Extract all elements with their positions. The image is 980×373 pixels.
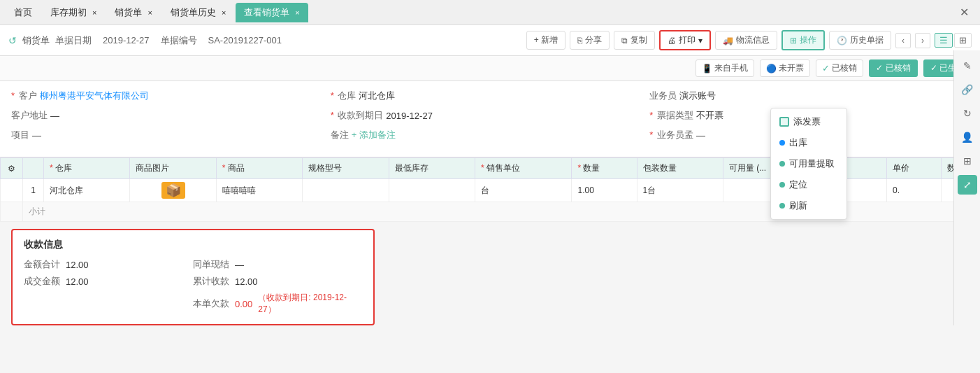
- print-icon: 🖨: [668, 36, 676, 45]
- col-settings: ⚙: [1, 158, 23, 179]
- due-amount-item: 本单欠款 0.00 （收款到期日: 2019-12-27）: [193, 292, 362, 316]
- locate-item[interactable]: 定位: [771, 174, 846, 195]
- customer-value[interactable]: 柳州粤港平安气体有限公司: [40, 90, 149, 102]
- sold-check-icon: ✓: [876, 63, 883, 73]
- grid-view-button[interactable]: ⊞: [954, 33, 972, 48]
- row-spec: [303, 179, 389, 202]
- due-date-field: * 收款到期日 2019-12-27: [331, 109, 650, 122]
- main-content: ↺ 销货单 单据日期 2019-12-27 单据编号 SA-20191227-0…: [0, 25, 980, 325]
- warehouse-value: 河北仓库: [359, 90, 395, 102]
- sidebar-edit-icon[interactable]: ✎: [958, 56, 977, 76]
- sidebar-rotate-icon[interactable]: ↻: [958, 104, 977, 123]
- deal-amount-value: 12.00: [66, 276, 89, 287]
- row-warehouse: 河北仓库: [44, 179, 130, 202]
- next-arrow-button[interactable]: ›: [915, 33, 930, 48]
- cumulative-value: 12.00: [235, 276, 258, 287]
- row-no: 1: [23, 179, 44, 202]
- share-button[interactable]: ⎘ 分享: [570, 31, 610, 50]
- doc-type-label: 销货单: [22, 34, 50, 47]
- amount-total-value: 12.00: [66, 260, 89, 270]
- doc-meta: 单据日期 2019-12-27 单据编号 SA-20191227-001: [55, 34, 282, 47]
- from-phone-button[interactable]: 📱 来自手机: [696, 59, 754, 77]
- available-qty-item[interactable]: 可用量提取: [771, 153, 846, 174]
- address-value: —: [50, 111, 59, 121]
- copy-button[interactable]: ⧉ 复制: [614, 31, 655, 50]
- tab-home[interactable]: 首页: [6, 3, 41, 22]
- sidebar-expand-icon[interactable]: ⤢: [958, 175, 977, 195]
- refresh-item[interactable]: 刷新: [771, 195, 846, 216]
- ops-icon: ⊞: [790, 36, 797, 45]
- form-row-1: * 客户 柳州粤港平安气体有限公司 * 仓库 河北仓库 业务员 演示账号: [11, 90, 969, 102]
- not-open-button[interactable]: 🔵 未开票: [760, 59, 810, 77]
- row-image: 📦: [130, 179, 216, 202]
- tab-sales-history[interactable]: 销货单历史 ×: [162, 3, 234, 22]
- ticket-value: 不开票: [696, 109, 723, 122]
- print-arrow-icon: ▾: [698, 36, 702, 45]
- ship-dot-icon: [779, 140, 785, 146]
- col-min-stock: 最低库存: [389, 158, 475, 179]
- tab-sales[interactable]: 销货单 ×: [106, 3, 160, 22]
- ship-item[interactable]: 出库: [771, 132, 846, 153]
- date-value: 2019-12-27: [103, 35, 150, 45]
- print-button[interactable]: 🖨 打印 ▾: [659, 30, 711, 50]
- ticket-icon: 🔵: [766, 64, 777, 73]
- remark-field: 备注 + 添加备注: [331, 129, 650, 141]
- secondary-toolbar: 📱 来自手机 🔵 未开票 ✓ 已核销 ✓ 已核销 ✓ 已生效: [0, 56, 980, 81]
- list-view-button[interactable]: ☰: [935, 33, 953, 48]
- tab-home-label: 首页: [14, 6, 32, 19]
- copy-icon: ⧉: [621, 36, 628, 45]
- customer-field: * 客户 柳州粤港平安气体有限公司: [11, 90, 331, 102]
- history-button[interactable]: 🕐 历史单据: [829, 31, 891, 50]
- sidebar-table-icon[interactable]: ⊞: [958, 151, 977, 171]
- operations-dropdown: 添发票 出库 可用量提取 定位 刷新: [770, 108, 847, 220]
- phone-icon: 📱: [702, 64, 712, 73]
- salesperson-field: 业务员 演示账号: [649, 90, 969, 102]
- col-unit: * 销售单位: [475, 158, 572, 179]
- cumulative-item: 累计收款 12.00: [193, 275, 362, 288]
- operations-button[interactable]: ⊞ 操作: [781, 30, 825, 50]
- sold-button[interactable]: ✓ 已核销: [869, 59, 917, 77]
- due-amount-value: 0.00: [235, 299, 252, 309]
- close-view-icon[interactable]: ×: [295, 8, 299, 17]
- toolbar-actions: + 新增 ⎘ 分享 ⧉ 复制 🖨 打印 ▾ 🚚 物流信息 ⊞ 操作: [526, 30, 972, 50]
- window-close-button[interactable]: ✕: [954, 3, 974, 22]
- row-settings: [1, 179, 23, 202]
- due-date-value: 2019-12-27: [386, 111, 433, 121]
- col-warehouse: * 仓库: [44, 158, 130, 179]
- checkbox-icon: [779, 117, 789, 127]
- share-icon: ⎘: [577, 36, 582, 45]
- tab-inventory-label: 库存期初: [50, 6, 87, 19]
- no-value: SA-20191227-001: [208, 35, 282, 45]
- toolbar: ↺ 销货单 单据日期 2019-12-27 单据编号 SA-20191227-0…: [0, 25, 980, 56]
- add-button[interactable]: + 新增: [526, 31, 565, 50]
- close-inventory-icon[interactable]: ×: [92, 8, 96, 17]
- payment-section: 收款信息 金额合计 12.00 同单现结 — 成交金额 12.00 累计收款 1…: [11, 229, 375, 325]
- col-no: [23, 158, 44, 179]
- sidebar-link-icon[interactable]: 🔗: [958, 80, 977, 99]
- close-sales-icon[interactable]: ×: [147, 8, 152, 17]
- available-qty-label: 可用量提取: [789, 157, 835, 170]
- close-history-icon[interactable]: ×: [222, 8, 226, 17]
- refresh-label: 刷新: [789, 199, 807, 212]
- check-button[interactable]: ✓ 已核销: [816, 59, 863, 77]
- overdue-note: （收款到期日: 2019-12-27）: [258, 292, 362, 316]
- project-value: —: [32, 130, 41, 141]
- tab-inventory[interactable]: 库存期初 ×: [42, 3, 105, 22]
- sidebar-user-icon[interactable]: 👤: [958, 127, 977, 147]
- doc-title: ↺ 销货单: [8, 34, 50, 47]
- prev-arrow-button[interactable]: ‹: [895, 33, 911, 48]
- col-product: * 商品: [216, 158, 302, 179]
- col-spec: 规格型号: [303, 158, 389, 179]
- logistics-button[interactable]: 🚚 物流信息: [715, 31, 777, 50]
- add-invoice-label: 添发票: [793, 115, 821, 128]
- locate-label: 定位: [789, 178, 807, 191]
- date-label: 单据日期: [55, 34, 92, 47]
- col-image: 商品图片: [130, 158, 216, 179]
- logistics-icon: 🚚: [723, 36, 733, 45]
- add-invoice-item[interactable]: 添发票: [771, 111, 846, 132]
- amount-total-item: 金额合计 12.00: [24, 258, 193, 271]
- check-icon: ✓: [822, 63, 830, 73]
- add-remark-button[interactable]: + 添加备注: [352, 129, 396, 141]
- salesperson-value: 演示账号: [679, 90, 716, 102]
- tab-view-sales[interactable]: 查看销货单 ×: [236, 3, 308, 22]
